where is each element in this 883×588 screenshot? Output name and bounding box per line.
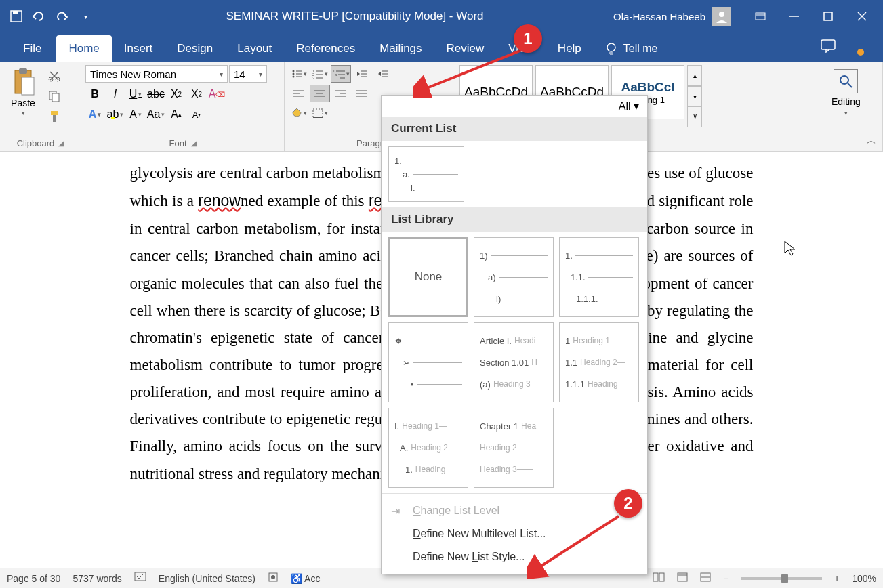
tell-me[interactable]: Tell me — [594, 35, 669, 62]
numbering-button[interactable]: 123 — [310, 65, 330, 83]
collapse-ribbon-button[interactable]: ︿ — [867, 135, 876, 147]
qat-customize[interactable]: ▾ — [75, 5, 96, 27]
multilevel-list-button[interactable]: 1ai — [331, 65, 351, 83]
grow-font-button[interactable]: A▴ — [167, 106, 186, 123]
maximize-button[interactable] — [813, 5, 844, 27]
editing-button[interactable]: Editing ▾ — [827, 65, 865, 150]
tab-file[interactable]: File — [8, 35, 56, 62]
increase-indent-button[interactable] — [373, 65, 393, 83]
svg-rect-21 — [53, 115, 56, 122]
italic-button[interactable]: I — [106, 85, 125, 103]
pending-indicator — [846, 42, 875, 62]
dropdown-filter-all[interactable]: All ▾ — [619, 100, 639, 112]
cut-button[interactable] — [45, 68, 64, 84]
shading-button[interactable] — [289, 104, 309, 122]
align-center-button[interactable] — [310, 85, 330, 102]
align-left-button[interactable] — [289, 85, 309, 102]
svg-line-62 — [424, 50, 522, 89]
accessibility-icon[interactable]: ♿ Acc — [291, 573, 320, 584]
zoom-slider[interactable] — [741, 577, 822, 580]
strikethrough-button[interactable]: abc — [146, 85, 165, 103]
lightbulb-icon — [604, 42, 618, 56]
mouse-cursor-icon — [783, 240, 797, 261]
underline-button[interactable]: U — [126, 85, 145, 103]
align-right-button[interactable] — [331, 85, 351, 102]
view-read-icon[interactable] — [653, 572, 665, 584]
list-library-header: List Library — [382, 207, 647, 232]
list-bullets[interactable]: ❖ ➢ ▪ — [388, 322, 468, 402]
current-list-header: Current List — [382, 117, 647, 141]
spellcheck-icon[interactable] — [134, 572, 146, 585]
tab-help[interactable]: Help — [546, 35, 594, 62]
styles-scroll-up[interactable]: ▴ — [687, 65, 702, 86]
font-color-button[interactable]: A — [126, 106, 145, 123]
zoom-out-button[interactable]: − — [723, 573, 728, 584]
svg-point-66 — [271, 575, 275, 579]
tab-layout[interactable]: Layout — [225, 35, 284, 62]
text-effects-button[interactable]: A — [85, 106, 104, 123]
minimize-button[interactable] — [779, 5, 810, 27]
change-case-button[interactable]: Aa — [146, 106, 165, 123]
list-article[interactable]: Article I.Headi Section 1.01H (a)Heading… — [474, 322, 554, 402]
svg-point-60 — [840, 76, 848, 84]
user-name: Ola-Hassan Habeeb — [613, 11, 705, 22]
list-numeric-heading[interactable]: 1 Heading 1— 1.1 Heading 2— 1.1.1 Headin… — [559, 322, 639, 402]
window-title: SEMINAR WRITE-UP [Compatibility Mode] - … — [96, 9, 613, 23]
view-web-icon[interactable] — [700, 572, 711, 584]
tab-design[interactable]: Design — [165, 35, 225, 62]
svg-line-63 — [537, 516, 619, 568]
list-decimal[interactable]: 1. 1.1. 1.1.1. — [559, 237, 639, 317]
svg-rect-3 — [756, 13, 765, 20]
view-print-icon[interactable] — [677, 572, 688, 584]
tab-insert[interactable]: Insert — [112, 35, 165, 62]
decrease-indent-button[interactable] — [352, 65, 372, 83]
annotation-badge-2: 2 — [614, 489, 642, 518]
paste-icon — [11, 68, 35, 96]
clipboard-group: Paste ▾ Clipboard◢ — [0, 62, 81, 151]
svg-text:i: i — [337, 76, 337, 79]
undo-button[interactable] — [28, 5, 50, 27]
svg-rect-14 — [19, 68, 27, 74]
list-roman-heading[interactable]: I.Heading 1— A.Heading 2 1.Heading — [388, 408, 468, 488]
clipboard-launcher[interactable]: ◢ — [58, 139, 64, 148]
font-name-combo[interactable]: Times New Roman▾ — [85, 65, 228, 83]
justify-button[interactable] — [352, 85, 372, 102]
superscript-button[interactable]: X2 — [187, 85, 206, 103]
zoom-in-button[interactable]: + — [834, 573, 840, 584]
list-chapter[interactable]: Chapter 1 Hea Heading 2—— Heading 3—— — [474, 408, 554, 488]
list-none[interactable]: None — [388, 237, 468, 317]
styles-expand[interactable]: ⊻ — [687, 106, 702, 127]
paste-button[interactable]: Paste ▾ — [4, 65, 42, 137]
styles-scroll-down[interactable]: ▾ — [687, 86, 702, 107]
page-indicator[interactable]: Page 5 of 30 — [7, 573, 60, 584]
language-indicator[interactable]: English (United States) — [159, 573, 255, 584]
ribbon-display-icon[interactable] — [745, 5, 776, 27]
highlight-button[interactable]: ab — [106, 106, 125, 123]
svg-point-22 — [292, 70, 294, 72]
current-list-item[interactable]: 1. a. i. — [388, 146, 464, 202]
borders-button[interactable] — [310, 104, 330, 122]
list-paren[interactable]: 1) a) i) — [474, 237, 554, 317]
subscript-button[interactable]: X2 — [167, 85, 186, 103]
annotation-badge-1: 1 — [514, 24, 542, 53]
comments-icon[interactable] — [810, 33, 846, 62]
bullets-button[interactable] — [289, 65, 309, 83]
tab-references[interactable]: References — [284, 35, 367, 62]
format-painter-button[interactable] — [45, 108, 64, 125]
user-avatar[interactable] — [712, 7, 731, 26]
zoom-level[interactable]: 100% — [852, 573, 876, 584]
multilevel-list-dropdown: All ▾ Current List 1. a. i. List Library… — [381, 95, 648, 574]
font-launcher[interactable]: ◢ — [191, 139, 197, 148]
macro-icon[interactable] — [268, 572, 279, 585]
svg-point-24 — [292, 73, 294, 75]
bold-button[interactable]: B — [85, 85, 104, 103]
redo-button[interactable] — [52, 5, 73, 27]
copy-button[interactable] — [45, 88, 64, 104]
tab-home[interactable]: Home — [56, 35, 111, 62]
close-button[interactable] — [846, 5, 878, 27]
shrink-font-button[interactable]: A▾ — [187, 106, 206, 123]
save-icon[interactable] — [5, 5, 27, 27]
clear-formatting-button[interactable]: A⌫ — [207, 85, 226, 103]
word-count[interactable]: 5737 words — [73, 573, 121, 584]
font-size-combo[interactable]: 14▾ — [229, 65, 267, 83]
